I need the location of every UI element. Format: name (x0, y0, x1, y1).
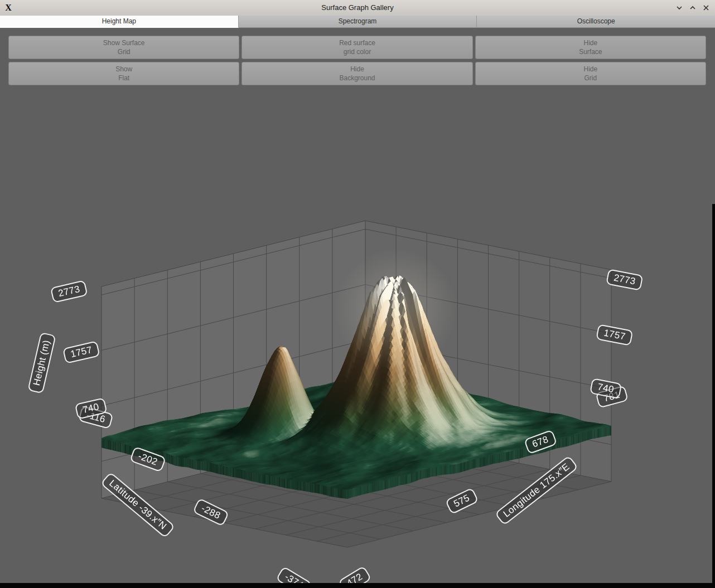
button-label: Show (115, 65, 132, 74)
button-label: Hide (350, 65, 364, 74)
hide-background-button[interactable]: Hide Background (241, 62, 472, 85)
button-label: Background (339, 74, 375, 82)
window-controls (673, 0, 713, 16)
tab-spectrogram[interactable]: Spectrogram (239, 16, 477, 28)
screen-right-edge (712, 204, 715, 588)
button-label: grid color (344, 47, 371, 56)
show-surface-grid-button[interactable]: Show Surface Grid (8, 36, 239, 59)
screen-bottom-edge (0, 583, 715, 588)
chevron-down-icon (675, 4, 683, 12)
hide-surface-button[interactable]: Hide Surface (475, 36, 706, 59)
button-label: Show Surface (103, 38, 145, 47)
button-label: Hide (583, 38, 597, 47)
button-label: Grid (118, 47, 131, 56)
button-label: Surface (579, 47, 602, 56)
hide-grid-button[interactable]: Hide Grid (475, 62, 706, 85)
minimize-button[interactable] (673, 1, 686, 14)
toolbar: Show Surface Grid Red surface grid color… (0, 36, 715, 85)
close-icon (702, 4, 710, 12)
window-titlebar[interactable]: X Surface Graph Gallery (0, 0, 715, 16)
maximize-button[interactable] (686, 1, 699, 14)
button-label: Red surface (339, 38, 375, 47)
red-surface-grid-color-button[interactable]: Red surface grid color (241, 36, 472, 59)
tab-bar: Height Map Spectrogram Oscilloscope (0, 16, 715, 28)
application-window: X Surface Graph Gallery Height Map Spect… (0, 0, 715, 588)
show-flat-button[interactable]: Show Flat (8, 62, 239, 85)
button-label: Flat (118, 74, 129, 82)
button-label: Grid (584, 74, 597, 82)
button-label: Hide (583, 65, 597, 74)
tab-oscilloscope[interactable]: Oscilloscope (477, 16, 715, 28)
close-button[interactable] (699, 1, 713, 14)
tab-height-map[interactable]: Height Map (0, 16, 239, 28)
chevron-up-icon (689, 4, 697, 12)
window-title: Surface Graph Gallery (0, 0, 715, 16)
surface-plot-canvas[interactable] (0, 84, 715, 588)
